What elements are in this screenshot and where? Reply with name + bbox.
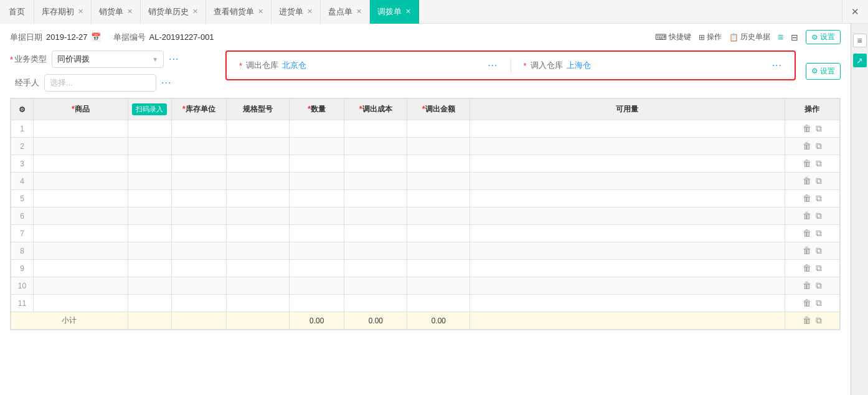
product-cell[interactable] [34, 242, 128, 260]
amount-cell[interactable] [407, 155, 470, 173]
product-cell[interactable] [34, 138, 128, 155]
handler-ellipsis-icon[interactable]: ··· [161, 77, 171, 88]
amount-cell[interactable] [407, 120, 470, 138]
quantity-cell[interactable] [289, 242, 344, 260]
product-cell[interactable] [34, 260, 128, 277]
quantity-cell[interactable] [289, 260, 344, 277]
spec-cell[interactable] [226, 277, 289, 295]
product-cell[interactable] [34, 155, 128, 173]
product-cell[interactable] [34, 173, 128, 190]
copy-icon[interactable]: ⧉ [816, 298, 822, 308]
copy-icon[interactable]: ⧉ [816, 123, 822, 133]
delete-icon[interactable]: 🗑 [803, 123, 811, 133]
window-close-button[interactable]: ✕ [842, 0, 868, 24]
tab-transfer[interactable]: 调拨单 ✕ [370, 0, 419, 24]
quantity-cell[interactable] [289, 207, 344, 225]
spec-cell[interactable] [226, 295, 289, 312]
spec-cell[interactable] [226, 138, 289, 155]
view-toggle-grid[interactable]: ⊟ [791, 32, 798, 42]
warehouse-in-value[interactable]: 上海仓 [567, 60, 591, 71]
amount-cell[interactable] [407, 277, 470, 295]
cost-cell[interactable] [344, 190, 407, 207]
delete-icon[interactable]: 🗑 [803, 245, 811, 255]
quantity-cell[interactable] [289, 190, 344, 207]
tab-inventory-check[interactable]: 盘点单 ✕ [321, 0, 370, 24]
business-type-select[interactable]: 同价调拨 ▼ [52, 50, 164, 68]
delete-icon[interactable]: 🗑 [803, 141, 811, 151]
tab-close-icon[interactable]: ✕ [192, 7, 198, 16]
delete-icon[interactable]: 🗑 [803, 176, 811, 186]
cost-cell[interactable] [344, 225, 407, 242]
cost-cell[interactable] [344, 242, 407, 260]
quantity-cell[interactable] [289, 120, 344, 138]
unit-cell[interactable] [171, 190, 226, 207]
product-cell[interactable] [34, 120, 128, 138]
tab-inventory-init[interactable]: 库存期初 ✕ [34, 0, 92, 24]
tab-home[interactable]: 首页 [0, 0, 34, 24]
tab-sales-history[interactable]: 销货单历史 ✕ [141, 0, 206, 24]
copy-icon[interactable]: ⧉ [816, 193, 822, 203]
warehouse-in-ellipsis[interactable]: ··· [772, 60, 782, 71]
spec-cell[interactable] [226, 207, 289, 225]
unit-cell[interactable] [171, 155, 226, 173]
history-button[interactable]: 📋 历史单据 [729, 32, 770, 42]
tab-close-icon[interactable]: ✕ [258, 7, 263, 16]
delete-icon[interactable]: 🗑 [803, 158, 811, 168]
amount-cell[interactable] [407, 225, 470, 242]
cost-cell[interactable] [344, 260, 407, 277]
unit-cell[interactable] [171, 138, 226, 155]
amount-cell[interactable] [407, 207, 470, 225]
unit-cell[interactable] [171, 260, 226, 277]
quantity-cell[interactable] [289, 138, 344, 155]
settings-button[interactable]: ⚙ 设置 [806, 30, 841, 44]
view-toggle-list[interactable]: ≡ [778, 32, 783, 43]
amount-cell[interactable] [407, 242, 470, 260]
tab-close-icon[interactable]: ✕ [78, 7, 83, 16]
cost-cell[interactable] [344, 277, 407, 295]
spec-cell[interactable] [226, 173, 289, 190]
ellipsis-icon[interactable]: ··· [169, 54, 179, 65]
tab-close-icon[interactable]: ✕ [356, 7, 362, 16]
amount-cell[interactable] [407, 295, 470, 312]
spec-cell[interactable] [226, 120, 289, 138]
warehouse-out-ellipsis[interactable]: ··· [488, 60, 498, 71]
copy-icon[interactable]: ⧉ [816, 176, 822, 186]
copy-icon[interactable]: ⧉ [816, 141, 822, 151]
cost-cell[interactable] [344, 120, 407, 138]
quantity-cell[interactable] [289, 155, 344, 173]
copy-icon[interactable]: ⧉ [816, 211, 822, 221]
spec-cell[interactable] [226, 190, 289, 207]
delete-icon[interactable]: 🗑 [803, 211, 811, 221]
tab-sales-order[interactable]: 销货单 ✕ [92, 0, 141, 24]
col-settings-header[interactable]: ⚙ [11, 99, 34, 120]
spec-cell[interactable] [226, 260, 289, 277]
quantity-cell[interactable] [289, 173, 344, 190]
quantity-cell[interactable] [289, 277, 344, 295]
sidebar-export-icon[interactable]: ↗ [853, 54, 867, 67]
unit-cell[interactable] [171, 277, 226, 295]
amount-cell[interactable] [407, 190, 470, 207]
amount-cell[interactable] [407, 260, 470, 277]
quantity-cell[interactable] [289, 225, 344, 242]
product-cell[interactable] [34, 277, 128, 295]
product-cell[interactable] [34, 295, 128, 312]
unit-cell[interactable] [171, 120, 226, 138]
tab-close-icon[interactable]: ✕ [307, 7, 313, 16]
delete-icon[interactable]: 🗑 [803, 298, 811, 308]
quantity-cell[interactable] [289, 295, 344, 312]
copy-icon[interactable]: ⧉ [816, 158, 822, 168]
unit-cell[interactable] [171, 225, 226, 242]
product-cell[interactable] [34, 207, 128, 225]
warehouse-out-value[interactable]: 北京仓 [282, 60, 306, 71]
tab-purchase[interactable]: 进货单 ✕ [271, 0, 321, 24]
cost-cell[interactable] [344, 173, 407, 190]
warehouse-settings-button[interactable]: ⚙ 设置 [806, 63, 841, 80]
copy-icon[interactable]: ⧉ [816, 263, 822, 273]
product-cell[interactable] [34, 190, 128, 207]
product-cell[interactable] [34, 225, 128, 242]
unit-cell[interactable] [171, 242, 226, 260]
cost-cell[interactable] [344, 155, 407, 173]
subtotal-delete-icon[interactable]: 🗑 [803, 315, 811, 325]
amount-cell[interactable] [407, 138, 470, 155]
cost-cell[interactable] [344, 138, 407, 155]
